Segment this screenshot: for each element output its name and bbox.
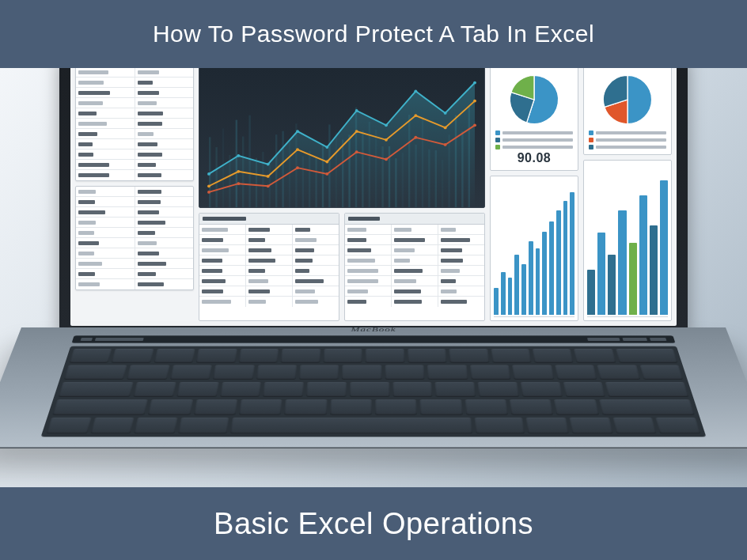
svg-point-64: [325, 172, 328, 176]
svg-point-41: [237, 154, 240, 157]
mini-table-2: [344, 213, 485, 321]
title-text: How To Password Protect A Tab In Excel: [153, 21, 594, 47]
pie-chart-2-panel: [583, 68, 672, 155]
svg-point-68: [444, 143, 447, 146]
mini-table-header: [345, 214, 484, 225]
laptop-illustration: 90.08: [21, 68, 726, 487]
svg-point-54: [325, 161, 328, 164]
bar-chart-2: [583, 160, 672, 321]
svg-point-55: [355, 130, 358, 133]
svg-point-58: [444, 127, 447, 130]
svg-point-60: [207, 191, 210, 194]
mini-table-1: [199, 213, 339, 321]
svg-point-50: [207, 184, 210, 187]
laptop-screen-frame: 90.08: [59, 68, 688, 331]
pie-chart-1-panel: 90.08: [490, 68, 578, 171]
laptop-deck: MacBook: [0, 327, 747, 448]
stat-value: 90.08: [495, 151, 573, 165]
title-banner: How To Password Protect A Tab In Excel: [0, 0, 747, 68]
pie-chart-1: [506, 72, 562, 127]
dashboard-screen: 90.08: [70, 68, 677, 326]
svg-point-52: [267, 175, 270, 178]
left-data-column: [75, 68, 194, 321]
center-column: [199, 68, 485, 321]
svg-point-48: [444, 112, 447, 115]
svg-point-43: [296, 130, 299, 133]
svg-point-53: [296, 148, 299, 151]
subtitle-text: Basic Excel Operations: [214, 507, 533, 540]
svg-point-67: [414, 136, 417, 139]
svg-point-47: [414, 89, 417, 93]
svg-point-51: [237, 170, 240, 173]
subtitle-banner: Basic Excel Operations: [0, 487, 747, 560]
svg-point-69: [473, 123, 476, 127]
laptop-brand-label: MacBook: [351, 325, 396, 333]
data-grid-lower: [75, 186, 194, 290]
svg-point-44: [325, 146, 328, 149]
hero-scene: 90.08: [0, 68, 747, 487]
svg-point-59: [473, 100, 476, 103]
svg-point-40: [207, 172, 210, 176]
svg-point-65: [355, 150, 358, 153]
svg-point-42: [267, 163, 270, 166]
touch-bar: [72, 335, 676, 342]
svg-point-61: [237, 182, 240, 185]
svg-point-66: [385, 158, 388, 161]
svg-point-62: [267, 184, 270, 187]
svg-point-45: [355, 109, 358, 112]
center-tables: [199, 213, 485, 321]
bar-chart-1: [490, 176, 578, 321]
svg-point-63: [296, 166, 299, 169]
svg-point-46: [385, 123, 388, 127]
pie-1-legend: [495, 131, 573, 149]
line-chart-svg: [199, 68, 484, 207]
data-grid-upper: [75, 68, 194, 181]
line-chart-panel: [199, 68, 485, 208]
right-column: 90.08: [490, 68, 672, 321]
pie-2-legend: [589, 131, 666, 149]
keyboard: [41, 346, 707, 437]
pie-chart-2: [600, 72, 655, 127]
mini-table-header: [199, 214, 339, 225]
svg-point-57: [414, 114, 417, 117]
svg-point-56: [385, 138, 388, 142]
svg-point-49: [473, 81, 476, 85]
